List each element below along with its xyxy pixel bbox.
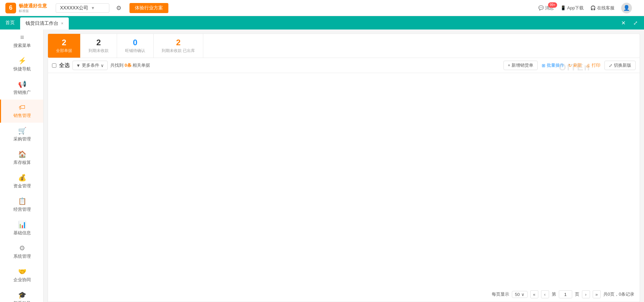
avatar-icon: 👤 bbox=[623, 5, 630, 11]
sales-icon: 🏷 bbox=[19, 104, 25, 111]
stat-tab-wangpu[interactable]: 0 旺铺待确认 bbox=[117, 34, 154, 58]
sidebar-item-label-quick-nav: 快捷导航 bbox=[13, 66, 31, 72]
batch-ops-button[interactable]: ⊞ 批量操作 bbox=[542, 62, 564, 68]
logo-icon: 6 bbox=[5, 3, 16, 13]
print-button[interactable]: 🖨 打印 bbox=[586, 62, 600, 68]
sidebar-item-system[interactable]: ⚙ 系统管理 bbox=[0, 240, 43, 263]
marketing-icon: 📢 bbox=[18, 80, 26, 88]
switch-version-button[interactable]: ⤢ 切换新版 bbox=[604, 61, 636, 70]
sidebar-item-label-sales: 销售管理 bbox=[13, 113, 31, 119]
message-badge: 99+ bbox=[548, 2, 557, 8]
stat-tab-overdue[interactable]: 2 到期未收款 bbox=[80, 34, 117, 58]
filter-icon: ▼ bbox=[76, 63, 80, 68]
download-icon: 📱 bbox=[560, 5, 566, 10]
message-btn[interactable]: 💬 消息 99+ bbox=[538, 5, 554, 11]
filter-chevron-icon: ∨ bbox=[101, 63, 104, 68]
quick-nav-icon: ⚡ bbox=[18, 57, 26, 65]
refresh-label: 刷新 bbox=[573, 62, 582, 68]
sidebar-item-label-finance: 资金管理 bbox=[13, 183, 31, 189]
filter-btn-label: 更多条件 bbox=[82, 62, 99, 68]
stat-tab-all[interactable]: 2 全部单据 bbox=[48, 34, 80, 58]
sidebar: ≡ 搜索菜单 ⚡ 快捷导航 📢 营销推广 🏷 销售管理 🛒 采购管理 🏠 库存核… bbox=[0, 29, 44, 302]
tab-close-icon[interactable]: × bbox=[61, 21, 63, 26]
page-prev-btn[interactable]: ‹ bbox=[541, 290, 549, 298]
sidebar-item-marketing[interactable]: 📢 营销推广 bbox=[0, 76, 43, 100]
stat-label-overdue: 到期未收款 bbox=[89, 48, 109, 54]
cooperation-icon: 🤝 bbox=[18, 267, 26, 276]
print-label: 打印 bbox=[592, 62, 600, 68]
new-sale-button[interactable]: + 新增销货单 bbox=[503, 61, 538, 70]
sidebar-item-basic-info[interactable]: 📊 基础信息 bbox=[0, 217, 43, 240]
tab-bar: 首页 钱货日清工作台 × ✕ ⤢ bbox=[0, 16, 644, 29]
company-name: XXXXXX公司 bbox=[60, 5, 88, 11]
sidebar-item-label-search: 搜索菜单 bbox=[13, 43, 31, 49]
toolbar-right: + 新增销货单 ⊞ 批量操作 ↻ 刷新 🖨 打印 ⤢ 切换新版 bbox=[503, 61, 636, 70]
content-area: 2 全部单据 2 到期未收款 0 旺铺待确认 2 到期未收款 已出库 全选 ▼ … bbox=[44, 29, 644, 302]
page-last-btn[interactable]: » bbox=[593, 290, 601, 298]
top-right: 💬 消息 99+ 📱 App下载 🎧 在线客服 👤 bbox=[538, 3, 639, 13]
page-first-btn[interactable]: « bbox=[530, 290, 538, 298]
page-number-input[interactable] bbox=[559, 290, 572, 298]
stat-label-wangpu: 旺铺待确认 bbox=[125, 48, 145, 54]
page-size-value: 50 bbox=[515, 292, 520, 297]
sidebar-item-operations[interactable]: 📋 经营管理 bbox=[0, 193, 43, 217]
sidebar-item-guide[interactable]: 🎓 新手引导 bbox=[0, 287, 43, 302]
filter-button[interactable]: ▼ 更多条件 ∨ bbox=[72, 61, 108, 70]
logo-sub: 标准版 bbox=[19, 9, 47, 13]
sidebar-item-sales[interactable]: 🏷 销售管理 bbox=[0, 100, 43, 123]
company-selector[interactable]: XXXXXX公司 ▼ bbox=[56, 3, 109, 13]
sidebar-item-quick-nav[interactable]: ⚡ 快捷导航 bbox=[0, 53, 43, 76]
online-service-label: 在线客服 bbox=[597, 5, 614, 11]
page-next-btn[interactable]: › bbox=[582, 290, 590, 298]
refresh-icon: ↻ bbox=[568, 63, 572, 68]
system-icon: ⚙ bbox=[19, 244, 25, 252]
page-label: 第 bbox=[552, 291, 556, 297]
tab-active[interactable]: 钱货日清工作台 × bbox=[20, 17, 69, 29]
tab-expand-btn[interactable]: ⤢ bbox=[631, 18, 640, 27]
batch-ops-label: 批量操作 bbox=[547, 62, 564, 68]
guide-icon: 🎓 bbox=[18, 291, 26, 299]
finance-icon: 💰 bbox=[18, 174, 26, 182]
stat-num-wangpu: 0 bbox=[125, 38, 145, 47]
toolbar: 全选 ▼ 更多条件 ∨ 共找到 0条 相关单据 + 新增销货单 ⊞ 批量操作 ↻ bbox=[48, 58, 640, 73]
tab-bar-right: ✕ ⤢ bbox=[619, 18, 644, 27]
settings-icon[interactable]: ⚙ bbox=[113, 3, 124, 13]
table-area bbox=[48, 73, 640, 287]
sidebar-item-search[interactable]: ≡ 搜索菜单 bbox=[0, 29, 43, 53]
sidebar-item-purchase[interactable]: 🛒 采购管理 bbox=[0, 123, 43, 146]
refresh-button[interactable]: ↻ 刷新 bbox=[568, 62, 582, 68]
sidebar-item-label-system: 系统管理 bbox=[13, 253, 31, 259]
found-count: 0条 bbox=[125, 63, 131, 68]
select-all-label: 全选 bbox=[59, 62, 70, 69]
switch-label: 切换新版 bbox=[614, 62, 631, 68]
stat-label-shipped: 到期未收款 已出库 bbox=[162, 48, 195, 54]
sidebar-item-inventory[interactable]: 🏠 库存核算 bbox=[0, 146, 43, 170]
tab-home[interactable]: 首页 bbox=[0, 16, 20, 29]
purchase-icon: 🛒 bbox=[18, 127, 26, 135]
tab-close-btn[interactable]: ✕ bbox=[619, 18, 628, 27]
logo-text: 畅捷通好生意 标准版 bbox=[19, 3, 47, 13]
switch-icon: ⤢ bbox=[609, 63, 612, 68]
logo-main: 畅捷通好生意 bbox=[19, 3, 47, 9]
stat-num-all: 2 bbox=[56, 38, 72, 47]
tab-active-label: 钱货日清工作台 bbox=[25, 20, 58, 26]
page-size-chevron-icon: ∨ bbox=[521, 292, 525, 297]
top-bar: 6 畅捷通好生意 标准版 XXXXXX公司 ▼ ⚙ 体验行业方案 💬 消息 99… bbox=[0, 0, 644, 16]
sidebar-item-label-purchase: 采购管理 bbox=[13, 136, 31, 142]
print-icon: 🖨 bbox=[586, 63, 590, 68]
stats-tabs: 2 全部单据 2 到期未收款 0 旺铺待确认 2 到期未收款 已出库 bbox=[48, 34, 640, 58]
sidebar-item-label-inventory: 库存核算 bbox=[13, 160, 31, 166]
sidebar-item-cooperation[interactable]: 🤝 企业协同 bbox=[0, 263, 43, 287]
online-service-btn[interactable]: 🎧 在线客服 bbox=[590, 5, 614, 11]
inventory-icon: 🏠 bbox=[18, 150, 26, 158]
found-prefix: 共找到 bbox=[110, 63, 123, 68]
stat-tab-shipped[interactable]: 2 到期未收款 已出库 bbox=[154, 34, 203, 58]
sidebar-item-finance[interactable]: 💰 资金管理 bbox=[0, 170, 43, 193]
page-size-select[interactable]: 50 ∨ bbox=[512, 291, 527, 298]
chevron-down-icon: ▼ bbox=[91, 6, 95, 10]
select-all-checkbox[interactable] bbox=[52, 63, 56, 68]
avatar[interactable]: 👤 bbox=[621, 3, 632, 13]
trial-button[interactable]: 体验行业方案 bbox=[129, 3, 168, 13]
sidebar-item-label-guide: 新手引导 bbox=[13, 300, 31, 302]
app-download-btn[interactable]: 📱 App下载 bbox=[560, 5, 584, 11]
